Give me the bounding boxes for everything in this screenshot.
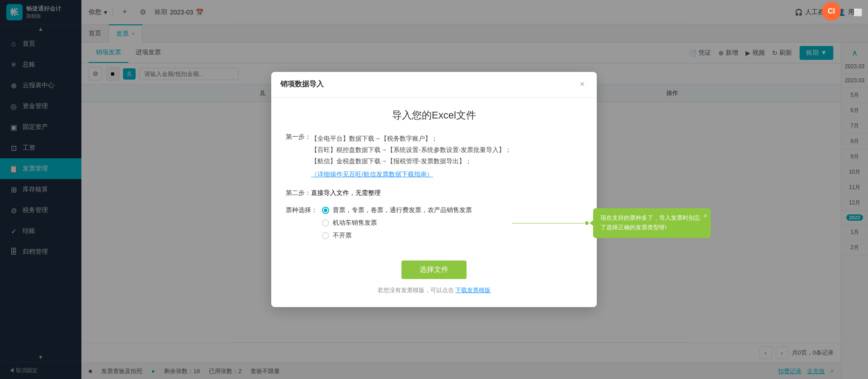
radio-label: 票种选择： bbox=[286, 206, 322, 214]
maximize-window-button[interactable]: ⬜ bbox=[852, 6, 864, 19]
radio-label-2: 不开票 bbox=[333, 232, 352, 240]
radio-group: 普票，专票，卷票，通行费发票，农产品销售发票 机动车销售发票 × 现在支持的票种… bbox=[322, 206, 472, 244]
footer-text: 若您没有发票模版，可以点击 bbox=[377, 287, 454, 294]
radio-2[interactable] bbox=[322, 232, 329, 239]
tooltip-line bbox=[512, 223, 584, 223]
tooltip-text: 现在支持的票种多了，导入发票时别忘了选择正确的发票类型呀! bbox=[600, 215, 700, 231]
radio-0[interactable] bbox=[322, 207, 329, 214]
radio-row-1: 机动车销售发票 × 现在支持的票种多了，导入发票时别忘了选择正确的发票类型呀! bbox=[322, 219, 472, 227]
ci-avatar-area: CI bbox=[822, 2, 841, 21]
tooltip-popup: × 现在支持的票种多了，导入发票时别忘了选择正确的发票类型呀! bbox=[593, 208, 711, 238]
import-modal: 销项数据导入 × 导入您的Excel文件 第一步： 【全电平台】数据下载→【税务… bbox=[271, 72, 597, 308]
step1-line-1: 【百旺】税控盘数据下载→【系统设置-系统参数设置-发票批量导入】； bbox=[311, 144, 511, 156]
step1-line-0: 【全电平台】数据下载→【税务数字账户】； bbox=[311, 133, 511, 144]
step1-line-2: 【航信】金税盘数据下载→【报税管理-发票数据导出】； bbox=[311, 156, 511, 167]
tooltip-close-button[interactable]: × bbox=[703, 211, 707, 221]
download-template-link[interactable]: 下载发票模版 bbox=[455, 287, 491, 294]
radio-section: 票种选择： 普票，专票，卷票，通行费发票，农产品销售发票 机动车销售发票 bbox=[286, 206, 582, 251]
radio-1[interactable] bbox=[322, 219, 329, 227]
modal-title: 销项数据导入 bbox=[280, 80, 324, 89]
tooltip-dot bbox=[584, 220, 590, 226]
step1-link[interactable]: （详细操作见百旺/航信发票数据下载指南） bbox=[311, 171, 433, 178]
ci-avatar: CI bbox=[822, 2, 841, 21]
modal-body: 导入您的Excel文件 第一步： 【全电平台】数据下载→【税务数字账户】； 【百… bbox=[271, 98, 597, 308]
tooltip-container: × 现在支持的票种多了，导入发票时别忘了选择正确的发票类型呀! bbox=[512, 208, 711, 238]
modal-header: 销项数据导入 × bbox=[271, 72, 597, 98]
radio-row-0: 普票，专票，卷票，通行费发票，农产品销售发票 bbox=[322, 206, 472, 214]
modal-close-button[interactable]: × bbox=[577, 79, 588, 90]
radio-label-0: 普票，专票，卷票，通行费发票，农产品销售发票 bbox=[333, 206, 472, 214]
modal-main-title: 导入您的Excel文件 bbox=[286, 109, 582, 122]
step2-content: 直接导入文件，无需整理 bbox=[311, 189, 381, 197]
modal-footer: 若您没有发票模版，可以点击 下载发票模版 bbox=[286, 286, 582, 294]
radio-row-2: 不开票 bbox=[322, 232, 472, 240]
step1-block: 第一步： 【全电平台】数据下载→【税务数字账户】； 【百旺】税控盘数据下载→【系… bbox=[286, 133, 582, 180]
step1-label: 第一步： bbox=[286, 133, 311, 180]
step1-content: 【全电平台】数据下载→【税务数字账户】； 【百旺】税控盘数据下载→【系统设置-系… bbox=[311, 133, 511, 180]
step1-link-container: （详细操作见百旺/航信发票数据下载指南） bbox=[311, 169, 511, 180]
select-file-button[interactable]: 选择文件 bbox=[401, 261, 467, 279]
step2-block: 第二步： 直接导入文件，无需整理 bbox=[286, 189, 582, 197]
radio-label-1: 机动车销售发票 bbox=[333, 219, 377, 227]
modal-overlay: 销项数据导入 × 导入您的Excel文件 第一步： 【全电平台】数据下载→【税务… bbox=[0, 0, 868, 379]
select-file-container: 选择文件 bbox=[286, 261, 582, 279]
step2-label: 第二步： bbox=[286, 189, 311, 197]
